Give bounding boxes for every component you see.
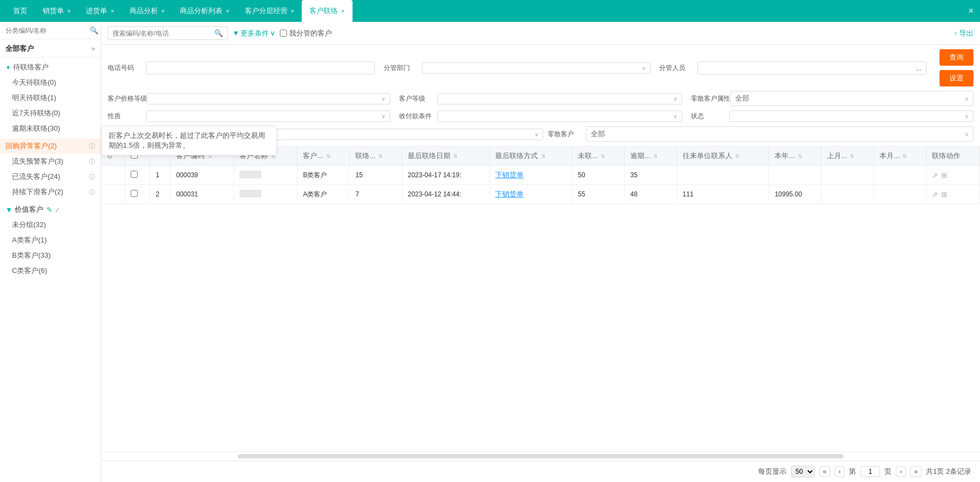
sidebar-item-b-class[interactable]: B类客户(33): [0, 248, 101, 263]
nav-product-list-close[interactable]: ×: [226, 8, 229, 14]
my-customers-checkbox[interactable]: 我分管的客户: [280, 28, 332, 38]
date-sort-icon[interactable]: ⇅: [453, 153, 457, 159]
row-checkbox[interactable]: [125, 185, 150, 204]
nav-sales[interactable]: 销货单 ×: [35, 0, 78, 22]
gender-select[interactable]: ∨: [146, 111, 390, 122]
window-close-icon[interactable]: ×: [969, 6, 973, 16]
query-button[interactable]: 查询: [940, 49, 973, 66]
this-month-sort-icon[interactable]: ⇅: [902, 153, 907, 159]
filter-dept: 分管部门 ∨: [384, 62, 651, 74]
overdue-sort-icon[interactable]: ⇅: [653, 153, 658, 159]
my-customers-cb[interactable]: [280, 30, 287, 37]
customer-grade-label: 客户等级: [399, 94, 437, 103]
col-not-contacted[interactable]: 未联... ⇅: [572, 147, 625, 166]
row-action[interactable]: ⇗ ⊞: [926, 185, 979, 204]
tooltip-box: 距客户上次交易时长，超过了此客户的平均交易周期的1.5倍，则视为异常。: [102, 126, 277, 155]
value-check-icon[interactable]: ✓: [55, 206, 61, 214]
sidebar-item-overdue[interactable]: 逾期未联络(30): [0, 121, 101, 136]
col-last-month[interactable]: 上月... ⇅: [821, 147, 874, 166]
col-last-contact-date[interactable]: 最后联络日期 ⇅: [402, 147, 489, 166]
row-action[interactable]: ⇗ ⊞: [926, 166, 979, 185]
settings-button[interactable]: 设置: [940, 70, 973, 86]
retail-customer-select[interactable]: 全部 ∨: [586, 126, 973, 142]
nav-sales-close[interactable]: ×: [67, 8, 71, 14]
search-input[interactable]: [113, 30, 214, 37]
this-year-sort-icon[interactable]: ⇅: [798, 153, 802, 159]
type-sort-icon[interactable]: ⇅: [326, 153, 331, 159]
export-btn[interactable]: ↑ 导出: [954, 28, 974, 38]
price-grade-select[interactable]: ∨: [147, 93, 390, 104]
status-arrow-icon: ∨: [965, 113, 969, 119]
first-page-btn[interactable]: «: [819, 466, 831, 477]
col-overdue[interactable]: 逾期... ⇅: [625, 147, 677, 166]
payment-select[interactable]: ∨: [437, 111, 682, 122]
col-type[interactable]: 客户... ⇅: [297, 147, 350, 166]
per-page-label: 每页显示: [758, 467, 787, 477]
action-link-icon[interactable]: ⇗: [932, 171, 938, 179]
nav-product-list[interactable]: 商品分析列表 ×: [172, 0, 237, 22]
sidebar-item-keep-falling[interactable]: 持续下滑客户(2) ⓘ: [0, 184, 101, 200]
col-last-contact-method[interactable]: 最后联络方式 ⇅: [490, 147, 572, 166]
row-select-checkbox[interactable]: [131, 171, 138, 178]
nav-product-analysis[interactable]: 商品分析 ×: [122, 0, 172, 22]
sidebar-item-today[interactable]: 今天待联络(0): [0, 75, 101, 90]
sidebar-item-c-class[interactable]: C类客户(6): [0, 263, 101, 278]
status-select[interactable]: ∨: [729, 111, 973, 122]
prev-page-btn[interactable]: ‹: [835, 466, 844, 477]
retail-attr-select[interactable]: 全部 ∨: [730, 91, 973, 106]
per-page-select[interactable]: 50: [791, 466, 815, 478]
action-grid-icon[interactable]: ⊞: [941, 190, 947, 199]
col-this-year[interactable]: 本年... ⇅: [769, 147, 821, 166]
col-this-month[interactable]: 本月... ⇅: [873, 147, 926, 166]
sidebar-item-a-class[interactable]: A类客户(1): [0, 233, 101, 248]
person-dots[interactable]: ...: [916, 64, 922, 72]
sidebar-item-already-lost[interactable]: 已流失客户(24) ⓘ: [0, 169, 101, 184]
person-label: 分管人员: [659, 63, 697, 73]
search-icon[interactable]: 🔍: [214, 29, 223, 37]
nav-customer-contact-close[interactable]: ×: [341, 8, 344, 14]
page-input[interactable]: [860, 466, 880, 477]
sidebar-item-ungroup[interactable]: 未分组(32): [0, 217, 101, 233]
more-conditions-btn[interactable]: ▼ 更多条件 ∨: [232, 28, 275, 38]
customer-grade-select[interactable]: ∨: [437, 93, 682, 104]
row-select-checkbox[interactable]: [131, 190, 138, 197]
row-settings: [101, 166, 125, 185]
nav-customer-layered-close[interactable]: ×: [291, 8, 294, 14]
sidebar-search-icon[interactable]: 🔍: [90, 26, 98, 34]
sidebar-collapse-icon[interactable]: »: [91, 45, 95, 53]
row-no: 1: [150, 166, 170, 185]
last-page-btn[interactable]: »: [910, 466, 922, 477]
col-action: 联络动作: [926, 147, 979, 166]
contact-person-sort-icon[interactable]: ⇅: [735, 153, 740, 159]
nav-product-analysis-close[interactable]: ×: [161, 8, 165, 14]
nav-purchase[interactable]: 进货单 ×: [78, 0, 121, 22]
nav-home[interactable]: 首页: [5, 0, 35, 22]
person-select[interactable]: ...: [697, 61, 926, 75]
row-checkbox[interactable]: [125, 166, 150, 185]
sidebar-item-7days[interactable]: 近7天待联络(0): [0, 106, 101, 121]
row-last-contact-method[interactable]: 下销货单: [490, 185, 572, 204]
not-contacted-sort-icon[interactable]: ⇅: [601, 153, 605, 159]
last-month-sort-icon[interactable]: ⇅: [850, 153, 854, 159]
col-contact-person[interactable]: 往来单位联系人 ⇅: [677, 147, 769, 166]
sidebar-pending-title[interactable]: ▼ 待联络客户: [0, 60, 101, 75]
phone-input[interactable]: [146, 61, 375, 74]
page-suffix: 页: [884, 467, 891, 477]
action-grid-icon[interactable]: ⊞: [941, 171, 947, 179]
contact-sort-icon[interactable]: ⇅: [378, 153, 383, 159]
nav-customer-contact[interactable]: 客户联络 ×: [302, 0, 352, 22]
nav-customer-layered[interactable]: 客户分层经营 ×: [237, 0, 302, 22]
row-last-contact-method[interactable]: 下销货单: [490, 166, 572, 185]
value-edit-icon[interactable]: ✎: [46, 206, 52, 214]
sidebar-item-tomorrow[interactable]: 明天待联络(1): [0, 90, 101, 106]
action-link-icon[interactable]: ⇗: [932, 190, 938, 199]
sidebar-search-input[interactable]: [5, 27, 87, 34]
customer-type-arrow-icon: ∨: [535, 131, 538, 137]
nav-purchase-close[interactable]: ×: [110, 8, 114, 14]
next-page-btn[interactable]: ›: [896, 466, 906, 477]
sidebar-item-lost-preview[interactable]: 流失预警客户(3) ⓘ: [0, 154, 101, 169]
method-sort-icon[interactable]: ⇅: [541, 153, 545, 159]
sidebar-item-rebuy-abnormal[interactable]: 回购异常客户(2) ⓘ: [0, 138, 101, 154]
dept-select[interactable]: ∨: [422, 62, 651, 74]
col-contact[interactable]: 联络... ⇅: [350, 147, 402, 166]
